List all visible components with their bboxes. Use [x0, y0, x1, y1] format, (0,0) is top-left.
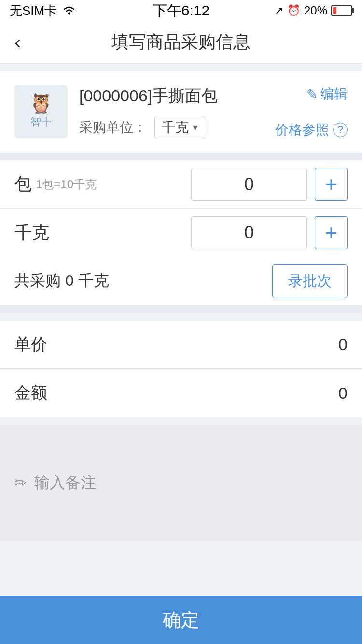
- qty-label-bao: 包: [14, 172, 32, 196]
- edit-icon: ✎: [306, 86, 318, 102]
- unit-price-label: 单价: [14, 334, 338, 356]
- notes-section[interactable]: ✏ 输入备注: [0, 425, 362, 541]
- quantity-row-kg: 千克 +: [0, 209, 362, 257]
- product-card: 🦉 智十 [0000006]手撕面包 采购单位： 千克 ▾ ✎ 编辑 价格参照 …: [0, 71, 362, 153]
- product-thumbnail: 🦉 智十: [14, 85, 68, 138]
- location-icon: ↗: [275, 4, 283, 17]
- price-ref-label: 价格参照: [275, 121, 329, 139]
- qty-sub-bao: 1包=10千克: [36, 177, 97, 192]
- record-batch-button[interactable]: 录批次: [272, 264, 348, 298]
- help-icon: ?: [333, 123, 348, 137]
- page-title: 填写商品采购信息: [111, 30, 251, 54]
- back-button[interactable]: ‹: [14, 31, 21, 53]
- qty-plus-kg[interactable]: +: [315, 216, 348, 249]
- qty-plus-bao[interactable]: +: [315, 168, 348, 201]
- qty-input-kg[interactable]: [191, 216, 307, 249]
- unit-price-row: 单价 0: [0, 321, 362, 369]
- nav-bar: ‹ 填写商品采购信息: [0, 21, 362, 64]
- qty-label-kg: 千克: [14, 221, 49, 245]
- notes-placeholder: 输入备注: [34, 472, 96, 493]
- product-image-owl: 🦉: [29, 94, 53, 113]
- confirm-button[interactable]: 确定: [0, 596, 362, 644]
- separator-2: [0, 305, 362, 313]
- unit-price-value: 0: [338, 335, 348, 354]
- quantity-section: 包 1包=10千克 + 千克 +: [0, 160, 362, 257]
- wifi-icon: [62, 3, 76, 18]
- total-label: 共采购 0 千克: [14, 270, 272, 292]
- quantity-row-bao: 包 1包=10千克 +: [0, 160, 362, 209]
- edit-label: 编辑: [320, 85, 348, 103]
- svg-point-0: [68, 12, 70, 14]
- battery-icon: [331, 5, 352, 16]
- battery-percent: 20%: [304, 4, 327, 17]
- status-bar-time: 下午6:12: [153, 1, 209, 21]
- price-ref-button[interactable]: 价格参照 ?: [275, 121, 348, 139]
- separator-1: [0, 153, 362, 160]
- status-bar-right: ↗ ⏰ 20%: [275, 4, 352, 17]
- chevron-down-icon: ▾: [193, 121, 198, 134]
- unit-select[interactable]: 千克 ▾: [154, 116, 205, 139]
- unit-value: 千克: [162, 118, 189, 137]
- amount-row: 金额 0: [0, 369, 362, 417]
- brand-label: 智十: [30, 115, 52, 129]
- alarm-icon: ⏰: [287, 4, 300, 17]
- pencil-icon: ✏: [14, 475, 27, 491]
- amount-value: 0: [338, 384, 348, 403]
- status-bar: 无SIM卡 下午6:12 ↗ ⏰ 20%: [0, 0, 362, 21]
- unit-label: 采购单位：: [79, 118, 147, 137]
- info-section: 单价 0 金额 0: [0, 321, 362, 417]
- qty-input-bao[interactable]: [191, 168, 307, 201]
- status-bar-left: 无SIM卡: [10, 2, 76, 19]
- amount-label: 金额: [14, 382, 338, 404]
- total-row: 共采购 0 千克 录批次: [0, 257, 362, 305]
- edit-button[interactable]: ✎ 编辑: [306, 85, 348, 103]
- carrier-text: 无SIM卡: [10, 2, 57, 19]
